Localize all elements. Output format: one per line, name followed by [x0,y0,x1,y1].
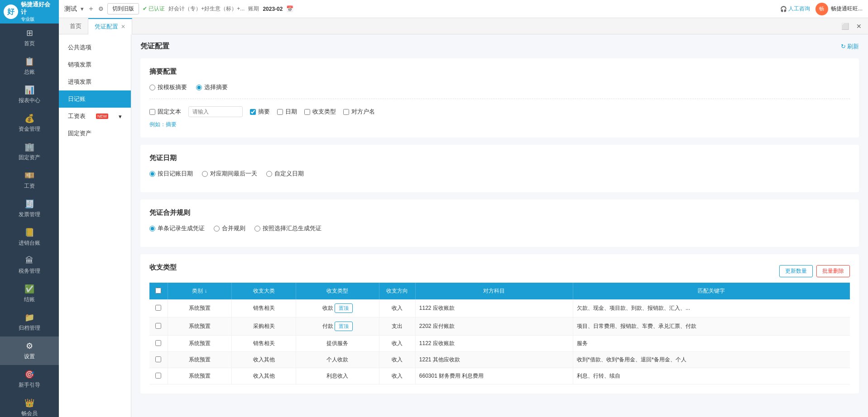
topbar-gear-icon[interactable]: ⚙ [98,5,104,12]
radio-custom-date[interactable]: 自定义日期 [266,170,304,178]
pin-button-1[interactable]: 置顶 [335,322,353,331]
radio-template-summary[interactable]: 按模板摘要 [149,83,187,91]
sidebar-label-10: 归档管理 [19,324,40,332]
sidebar-item-首页[interactable]: ⊞首页 [0,24,59,52]
td-checkbox-4 [149,368,168,384]
td-checkbox-1 [149,317,168,336]
tab-voucher-config[interactable]: 凭证配置 ✕ [88,18,132,34]
radio-single-voucher[interactable]: 单条记录生成凭证 [149,224,205,232]
sidebar-item-发票管理[interactable]: 🧾发票管理 [0,194,59,223]
sidebar-item-税务管理[interactable]: 🏛税务管理 [0,251,59,280]
radio-journal-date[interactable]: 按日记账日期 [149,170,193,178]
row-checkbox-1[interactable] [155,323,161,329]
topbar-dropdown-icon[interactable]: ▾ [81,5,84,12]
td-category-0: 系统预置 [168,299,232,317]
td-account-3: 1221 其他应收款 [415,352,573,368]
sidebar-item-固定资产[interactable]: 🏢固定资产 [0,137,59,166]
sidebar-label-12: 新手引导 [19,381,40,389]
left-nav-item-3[interactable]: 日记账 [59,90,131,108]
sidebar-item-设置[interactable]: ⚙设置 [0,336,59,365]
sidebar-icon-2: 📊 [24,85,34,95]
td-checkbox-0 [149,299,168,317]
tab-actions: ⬜ ✕ [839,21,863,32]
left-nav-item-4[interactable]: 工资表 NEW ▾ [59,108,131,125]
th-direction: 收支方向 [379,283,415,299]
td-keywords-3: 收到*借款、收到*备用金、退回*备用金、个人 [573,352,850,368]
radio-summary-voucher[interactable]: 按照选择汇总生成凭证 [254,224,321,232]
pin-button-0[interactable]: 置顶 [335,303,353,313]
sidebar-label-2: 报表中心 [19,97,40,104]
row-checkbox-2[interactable] [155,340,161,346]
sidebar-label-11: 设置 [24,353,35,360]
tab-close-icon[interactable]: ✕ [121,24,125,30]
table-row: 系统预置 销售相关 收款 置顶 收入 1122 应收账款 欠款、现金、项目款、到… [149,299,850,317]
logo-sub: 专业版 [21,16,55,23]
td-category-2: 系统预置 [168,336,232,352]
td-direction-3: 收入 [379,352,415,368]
sidebar-item-归档管理[interactable]: 📁归档管理 [0,308,59,336]
sidebar-icon-11: ⚙ [26,341,33,351]
table-row: 系统预置 销售相关 提供服务 收入 1122 应收账款 服务 [149,336,850,352]
batch-delete-button[interactable]: 批量删除 [816,265,850,277]
page-header: 凭证配置 ↻ 刷新 [140,42,859,51]
checkbox-counterpart-name[interactable]: 对方户名 [343,108,375,116]
radio-select-summary[interactable]: 选择摘要 [196,83,228,91]
select-all-checkbox[interactable] [155,288,161,294]
radio-merge-rule[interactable]: 合并规则 [214,224,245,232]
refresh-button[interactable]: ↻ 刷新 [841,43,859,51]
sidebar-item-新手引导[interactable]: 🎯新手引导 [0,365,59,393]
date-section-title: 凭证日期 [149,154,850,162]
td-major-0: 销售相关 [232,299,296,317]
switch-version-button[interactable]: 切到旧版 [107,3,139,14]
update-count-button[interactable]: 更新数量 [779,265,813,277]
row-checkbox-0[interactable] [155,305,161,311]
sidebar-label-6: 发票管理 [19,211,40,218]
topbar: 测试 ▾ ＋ ⚙ 切到旧版 ✔ 已认证 好会计（专）+好生意（标）+... 账期… [59,0,868,18]
sidebar-item-畅会员[interactable]: 👑畅会员 [0,393,59,417]
topbar-avatar: 畅 [815,3,828,15]
topbar-service-button[interactable]: 🎧 人工咨询 [780,5,810,13]
sidebar-item-工资[interactable]: 💴工资 [0,166,59,194]
checkbox-summary[interactable]: 摘要 [250,108,270,116]
td-account-0: 1122 应收账款 [415,299,573,317]
sidebar-icon-5: 💴 [24,171,34,180]
topbar-calendar-icon[interactable]: 📅 [286,5,293,12]
topbar-certified-tag: ✔ 已认证 [143,5,165,13]
tab-minimize-button[interactable]: ⬜ [839,21,851,32]
checkbox-fixed-text[interactable]: 固定文本 [149,108,181,116]
tab-close-window-button[interactable]: ✕ [854,21,863,32]
fixed-text-input[interactable] [188,106,243,117]
td-keywords-0: 欠款、现金、项目款、到款、报销款、汇入、... [573,299,850,317]
sidebar-label-0: 首页 [24,40,35,47]
left-nav-item-0[interactable]: 公共选项 [59,39,131,56]
left-nav-item-1[interactable]: 销项发票 [59,56,131,73]
sidebar-icon-3: 💰 [24,114,34,123]
td-keywords-4: 利息、行转、续自 [573,368,850,384]
sidebar-icon-4: 🏢 [24,142,34,152]
row-checkbox-4[interactable] [155,373,161,379]
th-account: 对方科目 [415,283,573,299]
merge-section: 凭证合并规则 单条记录生成凭证 合并规则 按照选择汇总生成凭证 [140,199,859,247]
td-direction-2: 收入 [379,336,415,352]
sidebar-item-报表中心[interactable]: 📊报表中心 [0,81,59,109]
sidebar-icon-9: ✅ [24,284,34,294]
logo-text: 畅捷通好会计 [21,1,55,16]
td-account-4: 660301 财务费用 利息费用 [415,368,573,384]
sidebar-item-总账[interactable]: 📋总账 [0,52,59,81]
topbar-add-icon[interactable]: ＋ [87,4,95,14]
topbar-user-area[interactable]: 畅 畅捷通旺旺... [815,3,863,15]
radio-period-last-day[interactable]: 对应期间最后一天 [202,170,257,178]
sidebar-item-结账[interactable]: ✅结账 [0,280,59,308]
sidebar-item-资金管理[interactable]: 💰资金管理 [0,109,59,137]
topbar-period-label: 账期 [248,5,259,13]
left-nav-item-2[interactable]: 进项发票 [59,73,131,90]
checkbox-income-type[interactable]: 收支类型 [304,108,336,116]
topbar-right: 🎧 人工咨询 畅 畅捷通旺旺... [780,3,863,15]
row-checkbox-3[interactable] [155,356,161,362]
tab-home[interactable]: 首页 [63,18,88,34]
checkbox-date[interactable]: 日期 [277,108,297,116]
sidebar-item-进销台账[interactable]: 📒进销台账 [0,223,59,251]
left-nav-item-5[interactable]: 固定资产 [59,125,131,142]
sidebar-label-4: 固定资产 [19,154,40,161]
summary-checkbox-row: 固定文本 摘要 日期 收支类型 [149,106,850,117]
